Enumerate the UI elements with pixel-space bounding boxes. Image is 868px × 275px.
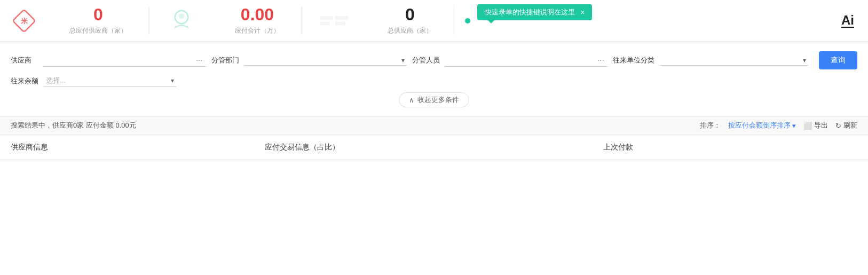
- refresh-icon: ↻: [835, 122, 841, 130]
- person-input[interactable]: [447, 56, 596, 64]
- unit-class-chevron[interactable]: ▾: [803, 57, 806, 64]
- filter-row-1: 供应商 ··· 分管部门 ▾ 分管人员 ··· 往来单位分类: [11, 51, 857, 69]
- dept-chevron[interactable]: ▾: [401, 57, 405, 64]
- person-input-wrap[interactable]: ···: [445, 54, 607, 67]
- stat3-value: 0: [405, 6, 415, 23]
- tooltip-close[interactable]: ×: [580, 8, 585, 17]
- supplier-input[interactable]: [45, 56, 195, 64]
- balance-label: 往来余额: [11, 76, 38, 86]
- ai-badge: Ai: [841, 14, 854, 28]
- sort-chevron: ▾: [792, 122, 796, 130]
- logo-icon: 米: [11, 7, 37, 34]
- collapse-label: 收起更多条件: [417, 95, 459, 105]
- divider-1: [149, 7, 149, 34]
- filter-balance: 往来余额 选择... ▾: [11, 75, 182, 87]
- right-icon: [318, 5, 350, 37]
- balance-select-wrap[interactable]: 选择... ▾: [44, 75, 176, 87]
- balance-placeholder: 选择...: [46, 76, 171, 85]
- dept-select-wrap[interactable]: ▾: [244, 56, 407, 66]
- filter-unit-class: 往来单位分类 ▾: [613, 56, 814, 66]
- sort-select[interactable]: 按应付会额倒序排序 ▾: [728, 121, 796, 130]
- export-icon: ⬜: [803, 122, 812, 130]
- result-bar: 搜索结果中，供应商0家 应付金额 0.00元 排序： 按应付会额倒序排序 ▾ ⬜…: [0, 116, 868, 135]
- dept-label: 分管部门: [211, 56, 239, 65]
- refresh-button[interactable]: ↻ 刷新: [835, 121, 857, 130]
- person-dots[interactable]: ···: [596, 56, 605, 65]
- result-actions: 排序： 按应付会额倒序排序 ▾ ⬜ 导出 ↻ 刷新: [700, 121, 857, 130]
- stat2-value: 0.00: [241, 6, 274, 23]
- person-label: 分管人员: [412, 56, 440, 65]
- result-info: 搜索结果中，供应商0家 应付金额 0.00元: [11, 121, 136, 130]
- filter-row-2: 往来余额 选择... ▾: [11, 75, 857, 87]
- ai-badge-text: Ai: [841, 14, 854, 28]
- balance-chevron[interactable]: ▾: [171, 77, 174, 84]
- svg-rect-6: [335, 16, 348, 20]
- stat-total-suppliers: 0 总供应商（家）: [366, 6, 454, 35]
- svg-rect-4: [320, 16, 333, 20]
- svg-rect-7: [335, 21, 345, 25]
- export-button[interactable]: ⬜ 导出: [803, 121, 828, 130]
- supplier-dots[interactable]: ···: [195, 56, 204, 65]
- col-transaction-info: 应付交易信息（占比）: [265, 143, 603, 152]
- collapse-icon: ∧: [409, 96, 414, 104]
- unit-class-select-wrap[interactable]: ▾: [660, 56, 808, 66]
- refresh-label: 刷新: [843, 121, 857, 130]
- collapse-button[interactable]: ∧ 收起更多条件: [399, 92, 469, 107]
- center-icon: [165, 5, 198, 37]
- tooltip-bubble: 快速录单的快捷键说明在这里 ×: [477, 4, 592, 20]
- supplier-label: 供应商: [11, 56, 37, 65]
- svg-point-3: [179, 13, 184, 19]
- stat1-label: 总应付供应商（家）: [69, 26, 127, 35]
- tooltip-text: 快速录单的快捷键说明在这里: [485, 7, 575, 17]
- stat1-value: 0: [93, 6, 103, 23]
- filter-person: 分管人员 ···: [412, 54, 613, 67]
- collapse-row: ∧ 收起更多条件: [11, 92, 857, 107]
- divider-2: [302, 7, 302, 34]
- col-supplier-info: 供应商信息: [11, 143, 265, 152]
- query-button[interactable]: 查询: [819, 51, 857, 69]
- top-bar: 米 0 总应付供应商（家） 0.00 应付合计（万） 0 总供应商（家）: [0, 0, 868, 42]
- unit-class-label: 往来单位分类: [613, 56, 654, 65]
- filter-dept: 分管部门 ▾: [211, 56, 412, 66]
- stat2-label: 应付合计（万）: [235, 26, 280, 35]
- sort-prefix: 排序：: [700, 121, 721, 130]
- stat-payable-total: 0.00 应付合计（万）: [214, 6, 302, 35]
- col-last-payment: 上次付款: [603, 143, 857, 152]
- svg-rect-5: [320, 21, 329, 25]
- stat-payable-suppliers: 0 总应付供应商（家）: [48, 6, 149, 35]
- svg-text:米: 米: [20, 17, 28, 25]
- filter-section: 供应商 ··· 分管部门 ▾ 分管人员 ··· 往来单位分类: [0, 44, 868, 116]
- table-body: [0, 160, 868, 275]
- table-header: 供应商信息 应付交易信息（占比） 上次付款: [0, 135, 868, 160]
- supplier-input-wrap[interactable]: ···: [43, 54, 206, 67]
- filter-supplier: 供应商 ···: [11, 54, 211, 67]
- sort-label: 按应付会额倒序排序: [728, 121, 791, 130]
- stat3-label: 总供应商（家）: [388, 26, 432, 35]
- export-label: 导出: [814, 121, 828, 130]
- tooltip-dot: [465, 18, 470, 23]
